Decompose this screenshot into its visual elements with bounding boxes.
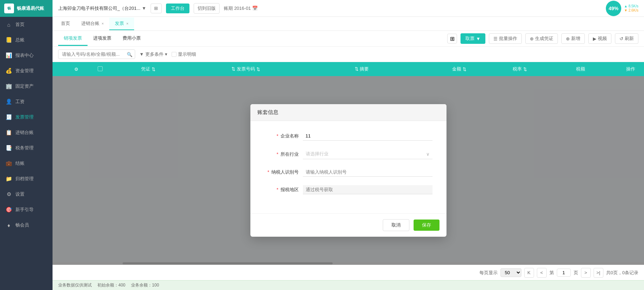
page-size-select[interactable]: 50 100 200 [500,268,521,277]
period-display: 账期 2016-01 📅 [224,5,258,12]
sidebar-item-税务管理[interactable]: 📑税务管理 [0,140,53,156]
pagination-bar: 每页显示 50 100 200 K < 第 页 > >| 共0页，0条记录 [53,265,644,280]
workbench-button[interactable]: 工作台 [166,4,189,13]
th-amount: 金额 ⇅ [420,66,499,72]
sidebar-label: 固定资产 [15,83,34,89]
select-dropdown-icon: ∨ [426,151,430,157]
sub-tab-进项发票[interactable]: 进项发票 [88,32,117,46]
sidebar-icon: ⚙ [6,191,12,197]
show-detail-checkbox[interactable] [172,52,176,57]
sidebar-icon: 💰 [6,68,12,74]
industry-select[interactable]: 请选择行业 ∨ [303,149,432,159]
company-name-input[interactable] [303,131,432,141]
tab-进销台账[interactable]: 进销台账× [76,18,109,30]
show-detail-wrap[interactable]: 显示明细 [172,51,196,58]
sidebar-item-固定资产[interactable]: 🏢固定资产 [0,79,53,94]
toolbar: ⊞ 取票 ▼ ☰ 批量操作 ⊕ 生成凭证 ⊕ 新增 ▶ [447,33,638,44]
more-conditions-btn[interactable]: ▼ 更多条件 ▾ [139,51,167,58]
form-row-company: * 企业名称 [264,131,432,141]
sidebar-icon: 📒 [6,37,12,43]
refresh-icon: ↺ [619,36,623,41]
grid-view-btn[interactable]: ⊞ [447,34,457,43]
sub-tab-费用小票[interactable]: 费用小票 [117,32,146,46]
tax-region-input [303,185,432,194]
th-invoice-no: ⇅ 发票号码 ⇅ [188,66,304,72]
sidebar-label: 归档管理 [15,176,34,182]
refresh-btn[interactable]: ↺ 刷新 [615,33,638,44]
sidebar-label: 发票管理 [15,114,34,120]
sidebar-item-进销台账[interactable]: 📋进销台账 [0,125,53,140]
last-page-btn[interactable]: >| [594,268,603,278]
save-button[interactable]: 保存 [414,220,439,231]
add-btn[interactable]: ⊕ 新增 [561,33,585,44]
prev-page-btn[interactable]: < [537,268,547,278]
sidebar-icon: 🎯 [6,207,12,213]
tab-label: 首页 [61,20,70,27]
main-content: 上海卯金刀电子科技有限公司_（台201... ▼ ⊞ 工作台 切到旧版 账期 2… [53,0,644,290]
tab-首页[interactable]: 首页 [55,18,76,30]
form-row-industry: * 所在行业 请选择行业 ∨ [264,149,432,159]
filter-bar: 🔍 ▼ 更多条件 ▾ 显示明细 [53,47,644,62]
sidebar-item-结账[interactable]: 💼结账 [0,156,53,171]
th-tax-amount: 税额 [541,66,620,72]
sidebar-item-畅会员[interactable]: ♦畅会员 [0,217,53,233]
gen-voucher-btn[interactable]: ⊕ 生成凭证 [525,33,558,44]
sidebar-item-新手引导[interactable]: 🎯新手引导 [0,202,53,217]
sidebar-label: 进销台账 [15,129,34,136]
search-icon: 🔍 [127,52,132,57]
sidebar-label: 设置 [15,191,25,197]
dropdown-arrow: ▼ [476,36,480,41]
sidebar-label: 资金管理 [15,68,34,74]
modal-title: 账套信息 [257,109,278,115]
logo-icon: 畅 [4,4,14,13]
sidebar-item-归档管理[interactable]: 📁归档管理 [0,171,53,187]
gen-voucher-icon: ⊕ [530,36,534,41]
sidebar-item-发票管理[interactable]: 🧾发票管理 [0,109,53,125]
video-icon: ▶ [593,36,596,41]
search-input[interactable] [58,49,135,59]
invoice-btn[interactable]: 取票 ▼ [461,33,485,44]
next-page-btn[interactable]: > [581,268,591,278]
tab-close[interactable]: × [102,21,104,26]
sidebar-icon: 👤 [6,99,12,105]
sidebar-item-工资[interactable]: 👤工资 [0,94,53,109]
tab-close[interactable]: × [126,21,128,26]
page-number-input[interactable] [557,269,571,277]
sidebar-item-首页[interactable]: ⌂首页 [0,17,53,32]
search-wrap: 🔍 [58,49,135,59]
sidebar-icon: 📑 [6,145,12,151]
sidebar: 畅 畅康通易代账 ⌂首页📒总账📊报表中心💰资金管理🏢固定资产👤工资🧾发票管理📋进… [0,0,53,290]
th-actions: 操作 [620,66,641,72]
app-name: 畅康通易代账 [17,5,44,12]
sidebar-label: 税务管理 [15,145,34,151]
sidebar-icon: 📋 [6,129,12,136]
tax-id-label: * 纳税人识别号 [264,169,303,175]
first-page-btn[interactable]: K [524,268,534,278]
app-logo: 畅 畅康通易代账 [0,0,53,17]
modal-header: 账套信息 [250,104,446,121]
sidebar-label: 畅会员 [15,222,29,228]
sidebar-label: 报表中心 [15,52,34,59]
sidebar-item-资金管理[interactable]: 💰资金管理 [0,63,53,79]
company-dropdown-icon[interactable]: ▼ [142,6,146,11]
video-btn[interactable]: ▶ 视频 [588,33,611,44]
company-name-label: * 企业名称 [264,133,303,139]
calendar-icon[interactable]: 📅 [252,6,258,11]
tab-label: 进销台账 [81,20,99,27]
sidebar-item-设置[interactable]: ⚙设置 [0,187,53,202]
th-checkbox[interactable] [98,66,109,72]
sidebar-label: 总账 [15,37,25,43]
sidebar-item-总账[interactable]: 📒总账 [0,32,53,48]
copy-icon-btn[interactable]: ⊞ [151,4,162,13]
sidebar-label: 工资 [15,99,25,105]
company-name: 上海卯金刀电子科技有限公司_（台201... ▼ [58,5,146,12]
switch-old-button[interactable]: 切到旧版 [194,3,220,14]
cancel-button[interactable]: 取消 [383,219,409,231]
sidebar-icon: 📁 [6,176,12,182]
sub-tab-销项发票[interactable]: 销项发票 [58,32,88,46]
batch-ops-btn[interactable]: ☰ 批量操作 [489,33,522,44]
header-right: 49% ▲ 8.5K/s ▼ 2.6K/s [606,1,638,16]
tax-id-input[interactable] [303,168,432,177]
sidebar-item-报表中心[interactable]: 📊报表中心 [0,48,53,63]
tab-发票[interactable]: 发票× [109,18,134,30]
